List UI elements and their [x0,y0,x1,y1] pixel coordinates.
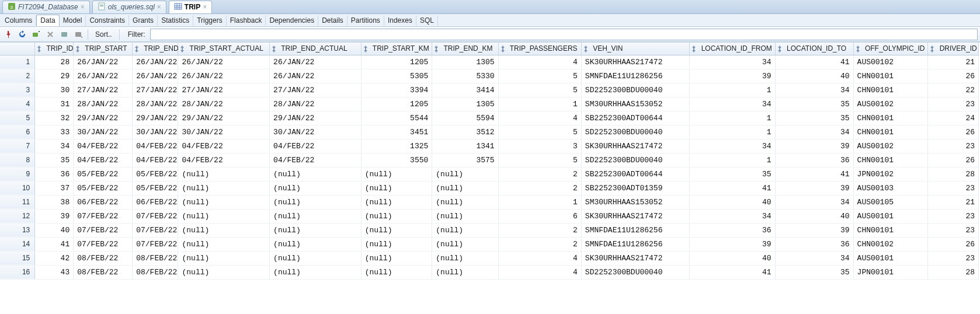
cell[interactable]: (null) [270,195,362,209]
cell[interactable]: 3512 [432,125,498,139]
cell[interactable]: 1305 [432,97,498,111]
cell[interactable]: 35 [775,97,853,111]
commit-button[interactable] [58,29,70,40]
cell[interactable]: 26/JAN/22 [178,69,270,83]
column-header[interactable]: TRIP_ID [35,43,74,55]
cell[interactable]: 39 [690,237,775,251]
cell[interactable]: 39 [775,181,853,195]
cell[interactable]: 04/FEB/22 [133,153,178,167]
column-header[interactable]: TRIP_END_KM [432,43,498,55]
cell[interactable]: 05/FEB/22 [133,167,178,181]
cell[interactable]: 29/JAN/22 [178,111,270,125]
table-row[interactable]: 93605/FEB/2205/FEB/22(null)(null)(null)(… [0,167,979,181]
cell[interactable]: (null) [432,195,498,209]
cell[interactable]: 22 [928,83,979,97]
column-header[interactable]: TRIP_END [133,43,178,55]
cell[interactable]: 2 [498,181,581,195]
cell[interactable]: 5544 [361,111,432,125]
cell[interactable]: 26 [928,153,979,167]
cell[interactable]: JPN00102 [853,167,928,181]
cell[interactable]: 26/JAN/22 [133,69,178,83]
cell[interactable]: 1 [690,111,775,125]
subtab-triggers[interactable]: Triggers [193,15,227,26]
cell[interactable]: 1 [690,125,775,139]
subtab-columns[interactable]: Columns [1,15,36,26]
cell[interactable]: 2 [498,237,581,251]
delete-row-button[interactable] [44,29,56,40]
cell[interactable]: 4 [498,55,581,69]
cell[interactable]: 04/FEB/22 [133,139,178,153]
cell[interactable]: 04/FEB/22 [74,139,133,153]
cell[interactable]: 36 [775,153,853,167]
cell[interactable]: 3394 [361,83,432,97]
cell[interactable]: AUS00102 [853,139,928,153]
cell[interactable]: CHN00101 [853,125,928,139]
cell[interactable]: 07/FEB/22 [74,223,133,237]
cell[interactable]: (null) [361,265,432,279]
cell[interactable]: 40 [690,195,775,209]
cell[interactable]: (null) [270,265,362,279]
cell[interactable]: 27/JAN/22 [133,83,178,97]
cell[interactable]: AUS00102 [853,55,928,69]
rollback-button[interactable] [72,29,84,40]
cell[interactable]: 40 [775,209,853,223]
cell[interactable]: 5594 [432,111,498,125]
table-row[interactable]: 83504/FEB/2204/FEB/2204/FEB/2204/FEB/223… [0,153,979,167]
subtab-statistics[interactable]: Statistics [158,15,193,26]
cell[interactable]: (null) [178,223,270,237]
cell[interactable]: 04/FEB/22 [270,139,362,153]
cell[interactable]: 34 [690,209,775,223]
cell[interactable]: 05/FEB/22 [133,181,178,195]
cell[interactable]: 34 [35,139,74,153]
cell[interactable]: 30/JAN/22 [270,125,362,139]
cell[interactable]: 34 [775,195,853,209]
cell[interactable]: 26/JAN/22 [74,69,133,83]
cell[interactable]: 36 [775,237,853,251]
cell[interactable]: 30/JAN/22 [74,125,133,139]
cell[interactable]: 07/FEB/22 [74,209,133,223]
cell[interactable]: 29/JAN/22 [270,111,362,125]
cell[interactable]: 23 [928,181,979,195]
cell[interactable]: 41 [775,55,853,69]
cell[interactable]: 39 [775,139,853,153]
subtab-details[interactable]: Details [318,15,347,26]
cell[interactable]: 26 [928,237,979,251]
cell[interactable]: SK30URHHAAS217472 [581,209,689,223]
cell[interactable]: 39 [690,69,775,83]
table-row[interactable]: 22926/JAN/2226/JAN/2226/JAN/2226/JAN/225… [0,69,979,83]
subtab-sql[interactable]: SQL [416,15,438,26]
cell[interactable]: 05/FEB/22 [74,167,133,181]
cell[interactable]: (null) [178,251,270,265]
cell[interactable]: 41 [775,167,853,181]
subtab-flashback[interactable]: Flashback [227,15,266,26]
cell[interactable]: SK30URHHAAS217472 [581,139,689,153]
cell[interactable]: 21 [928,55,979,69]
cell[interactable]: 2 [498,223,581,237]
cell[interactable]: 30/JAN/22 [178,125,270,139]
cell[interactable]: 26 [928,69,979,83]
cell[interactable]: SD2252300BDU00040 [581,153,689,167]
cell[interactable]: 23 [928,223,979,237]
column-header[interactable]: TRIP_PASSENGERS [498,43,581,55]
cell[interactable]: 41 [690,181,775,195]
cell[interactable]: (null) [432,209,498,223]
subtab-constraints[interactable]: Constraints [86,15,129,26]
cell[interactable]: 5305 [361,69,432,83]
cell[interactable]: 07/FEB/22 [133,223,178,237]
cell[interactable]: (null) [270,209,362,223]
cell[interactable]: (null) [432,237,498,251]
cell[interactable]: 08/FEB/22 [133,251,178,265]
subtab-dependencies[interactable]: Dependencies [266,15,318,26]
cell[interactable]: 04/FEB/22 [178,139,270,153]
cell[interactable]: 24 [928,111,979,125]
cell[interactable]: 1 [690,153,775,167]
cell[interactable]: SB2252300ADT01359 [581,181,689,195]
cell[interactable]: 1 [690,83,775,97]
insert-row-button[interactable] [30,29,42,40]
cell[interactable]: 3414 [432,83,498,97]
refresh-button[interactable] [16,29,28,40]
cell[interactable]: 3451 [361,125,432,139]
editor-tab[interactable]: ols_queries.sql× [92,1,166,13]
cell[interactable]: 23 [928,209,979,223]
cell[interactable]: (null) [361,167,432,181]
